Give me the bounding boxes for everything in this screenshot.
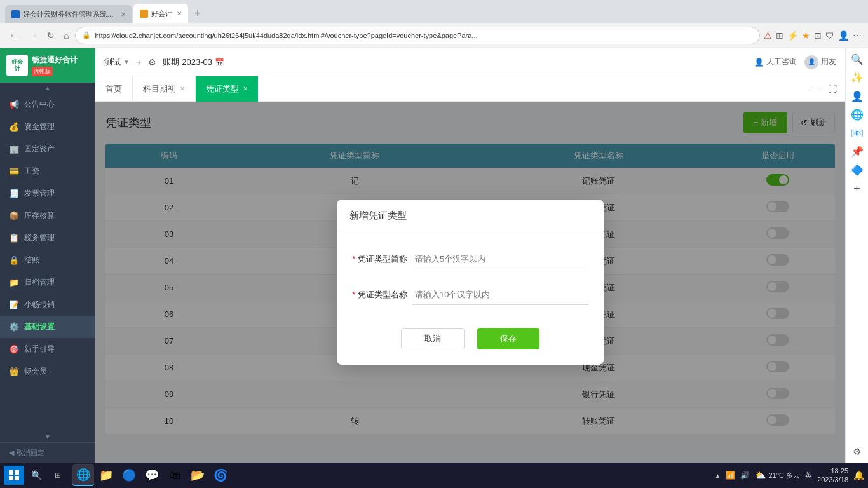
- svg-rect-1: [15, 470, 19, 475]
- salary-icon: 💳: [9, 166, 19, 176]
- invoice-label: 发票管理: [24, 188, 55, 199]
- cancel-button[interactable]: 取消: [401, 328, 465, 349]
- right-panel-user[interactable]: 👤: [851, 90, 864, 102]
- name-input[interactable]: [412, 285, 588, 305]
- add-workspace-btn[interactable]: +: [136, 57, 142, 68]
- form-row-name: * 凭证类型名称: [352, 285, 588, 305]
- inventory-icon: 📦: [9, 211, 19, 220]
- right-panel-mail[interactable]: 📧: [851, 127, 864, 139]
- tab-voucher-close[interactable]: ✕: [243, 85, 248, 92]
- logo-text-area: 畅捷通好合计 流帐版: [32, 55, 78, 76]
- tab-subject[interactable]: 科目期初 ✕: [133, 76, 196, 102]
- right-panel-search[interactable]: 🔍: [851, 53, 864, 65]
- nav-refresh[interactable]: ↻: [44, 29, 57, 42]
- search-taskbar-btn[interactable]: 🔍: [27, 466, 46, 485]
- start-button[interactable]: [4, 466, 24, 485]
- save-button[interactable]: 保存: [477, 328, 539, 349]
- ext-icon-4[interactable]: ★: [802, 30, 810, 41]
- unpin-label: 取消固定: [17, 448, 44, 458]
- period-calendar-icon[interactable]: 📅: [215, 58, 224, 67]
- taskbar-app-edge[interactable]: 🔵: [118, 464, 140, 486]
- tab-voucher-type[interactable]: 凭证类型 ✕: [196, 76, 258, 102]
- right-panel-star[interactable]: ✨: [851, 72, 864, 84]
- right-panel-pin[interactable]: 📌: [851, 146, 864, 158]
- tab2-close[interactable]: ✕: [177, 10, 182, 17]
- fixed-assets-icon: 🏢: [9, 144, 19, 154]
- taskbar-up-arrow[interactable]: ▲: [715, 472, 721, 479]
- ext-icon-6[interactable]: 🛡: [825, 30, 834, 41]
- sidebar-item-guide[interactable]: 🎯 新手引导: [0, 338, 95, 360]
- tab-subject-label: 科目期初: [143, 83, 176, 95]
- url-bar[interactable]: 🔒 https://cloud2.chanjet.com/accounting/…: [75, 27, 760, 44]
- tab-expand-icon[interactable]: ⛶: [825, 81, 840, 97]
- edge2-icon: 🌀: [214, 468, 227, 482]
- sidebar-item-member[interactable]: 👑 畅会员: [0, 360, 95, 383]
- tab-minimize-icon[interactable]: —: [807, 81, 822, 97]
- notification-icon[interactable]: 🔔: [853, 470, 864, 480]
- ext-icon-3[interactable]: ⚡: [787, 30, 798, 41]
- tab1-close[interactable]: ✕: [121, 11, 126, 18]
- tab2-favicon: [140, 10, 148, 18]
- taskbar-app-edge2[interactable]: 🌀: [210, 464, 231, 486]
- workspace-settings-icon[interactable]: ⚙: [148, 57, 156, 67]
- time-display: 18:25: [817, 466, 848, 475]
- url-lock-icon: 🔒: [82, 31, 91, 39]
- nav-back[interactable]: ←: [6, 29, 22, 43]
- right-panel-diamond[interactable]: 🔷: [851, 164, 864, 176]
- closing-label: 结账: [24, 255, 39, 266]
- taskbar-app-chrome[interactable]: 🌐: [72, 464, 94, 486]
- ext-icon-5[interactable]: ⊡: [814, 30, 822, 41]
- tab-subject-close[interactable]: ✕: [180, 85, 185, 92]
- nav-home[interactable]: ⌂: [61, 29, 71, 42]
- sidebar-item-expense[interactable]: 📝 小畅报销: [0, 294, 95, 316]
- modal-footer: 取消 保存: [337, 320, 604, 365]
- right-panel-add[interactable]: +: [853, 182, 860, 196]
- sidebar-item-archive[interactable]: 📁 归档管理: [0, 271, 95, 294]
- sidebar-item-invoice[interactable]: 🧾 发票管理: [0, 182, 95, 205]
- right-panel-globe[interactable]: 🌐: [851, 109, 864, 121]
- settings-label: 基础设置: [24, 322, 55, 332]
- user-btn[interactable]: 👤 用友: [804, 55, 836, 69]
- guide-icon: 🎯: [9, 344, 19, 354]
- tab2-label: 好会计: [151, 9, 172, 18]
- support-btn[interactable]: 👤 人工咨询: [754, 57, 797, 67]
- sidebar-unpin[interactable]: ◀ 取消固定: [0, 442, 95, 463]
- browser-menu[interactable]: ⋯: [853, 30, 862, 41]
- expense-label: 小畅报销: [24, 299, 55, 310]
- taskbar-app-wechat[interactable]: 💬: [141, 464, 163, 486]
- taskbar-app-files[interactable]: 📂: [187, 464, 208, 486]
- sidebar-item-tax[interactable]: 📋 税务管理: [0, 227, 95, 249]
- browser-tab-1[interactable]: 好会计云财务软件管理系统_会计 ✕: [5, 5, 132, 23]
- form-row-abbr: * 凭证类型简称: [352, 249, 588, 269]
- browser-tab-2[interactable]: 好会计 ✕: [133, 4, 188, 23]
- main-content: 测试 ▼ + ⚙ 账期 2023-03 📅 👤 人工咨询 👤 用友: [95, 48, 845, 463]
- taskbar-app-taskbar[interactable]: 📁: [95, 464, 117, 486]
- sidebar-item-settings[interactable]: ⚙️ 基础设置: [0, 316, 95, 338]
- ext-icon-7[interactable]: 👤: [838, 30, 849, 41]
- sidebar-item-announcement[interactable]: 📢 公告中心: [0, 93, 95, 116]
- windows-logo-icon: [9, 470, 19, 480]
- tab-home[interactable]: 首页: [95, 76, 133, 102]
- taskbar-app-store[interactable]: 🛍: [164, 464, 186, 486]
- sidebar-item-finance[interactable]: 💰 资金管理: [0, 116, 95, 138]
- sidebar-item-closing[interactable]: 🔒 结账: [0, 249, 95, 271]
- nav-forward[interactable]: →: [25, 29, 41, 43]
- finance-icon: 💰: [9, 122, 19, 132]
- sidebar-item-salary[interactable]: 💳 工资: [0, 160, 95, 182]
- abbr-input[interactable]: [412, 249, 588, 269]
- salary-label: 工资: [24, 166, 39, 177]
- new-tab-button[interactable]: +: [189, 4, 207, 23]
- ext-icon-1[interactable]: ⚠: [764, 30, 772, 41]
- taskview-btn[interactable]: ⊞: [48, 466, 67, 485]
- taskbar: 🔍 ⊞ 🌐 📁 🔵 💬 🛍 📂 🌀 ▲ 📶 🔊 ⛅ 21°C 多云: [0, 463, 868, 488]
- tab-home-label: 首页: [105, 83, 122, 95]
- workspace-selector[interactable]: 测试 ▼: [104, 57, 130, 68]
- taskbar-lang: 英: [805, 471, 812, 480]
- required-star: *: [352, 254, 358, 264]
- volume-icon: 🔊: [740, 471, 750, 480]
- right-panel-settings[interactable]: ⚙: [853, 446, 861, 458]
- ext-icon-2[interactable]: ⊞: [776, 30, 783, 41]
- date-display: 2023/3/18: [817, 475, 848, 484]
- sidebar-item-fixed-assets[interactable]: 🏢 固定资产: [0, 138, 95, 160]
- sidebar-item-inventory[interactable]: 📦 库存核算: [0, 205, 95, 227]
